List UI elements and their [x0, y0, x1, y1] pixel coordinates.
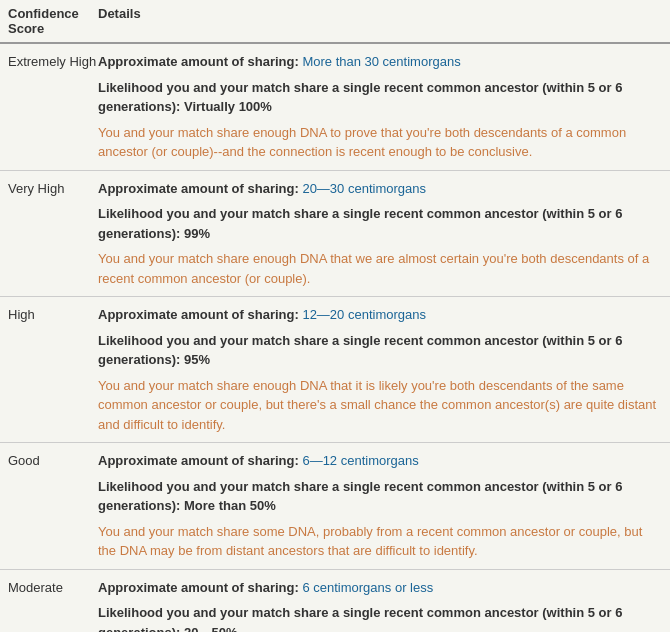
details-cell: Approximate amount of sharing: 20—30 cen…: [98, 179, 662, 289]
table-row: Very HighApproximate amount of sharing: …: [0, 171, 670, 298]
likelihood-block: Likelihood you and your match share a si…: [98, 204, 662, 243]
likelihood-label: Likelihood you and your match share a si…: [98, 479, 622, 514]
sharing-value: 6 centimorgans or less: [302, 580, 433, 595]
description-block: You and your match share enough DNA that…: [98, 249, 662, 288]
table-header: Confidence Score Details: [0, 0, 670, 44]
score-cell: Good: [8, 451, 98, 561]
score-cell: Moderate: [8, 578, 98, 633]
likelihood-value: 99%: [184, 226, 210, 241]
likelihood-value: Virtually 100%: [184, 99, 272, 114]
sharing-value: 12—20 centimorgans: [302, 307, 426, 322]
sharing-label: Approximate amount of sharing:: [98, 580, 302, 595]
likelihood-label: Likelihood you and your match share a si…: [98, 206, 622, 241]
sharing-label: Approximate amount of sharing:: [98, 453, 302, 468]
likelihood-block: Likelihood you and your match share a si…: [98, 603, 662, 632]
details-cell: Approximate amount of sharing: More than…: [98, 52, 662, 162]
likelihood-label: Likelihood you and your match share a si…: [98, 80, 622, 115]
score-cell: Extremely High: [8, 52, 98, 162]
sharing-value: 20—30 centimorgans: [302, 181, 426, 196]
table-row: ModerateApproximate amount of sharing: 6…: [0, 570, 670, 633]
likelihood-value: 20—50%: [184, 625, 237, 633]
likelihood-block: Likelihood you and your match share a si…: [98, 78, 662, 117]
confidence-table: Confidence Score Details Extremely HighA…: [0, 0, 670, 632]
sharing-label: Approximate amount of sharing:: [98, 181, 302, 196]
sharing-label: Approximate amount of sharing:: [98, 307, 302, 322]
likelihood-label: Likelihood you and your match share a si…: [98, 333, 622, 368]
header-score: Confidence Score: [8, 6, 98, 36]
likelihood-value: More than 50%: [184, 498, 276, 513]
sharing-block: Approximate amount of sharing: 12—20 cen…: [98, 305, 662, 325]
table-row: HighApproximate amount of sharing: 12—20…: [0, 297, 670, 443]
likelihood-label: Likelihood you and your match share a si…: [98, 605, 622, 632]
details-cell: Approximate amount of sharing: 6—12 cent…: [98, 451, 662, 561]
table-row: Extremely HighApproximate amount of shar…: [0, 44, 670, 171]
description-block: You and your match share enough DNA to p…: [98, 123, 662, 162]
details-cell: Approximate amount of sharing: 12—20 cen…: [98, 305, 662, 434]
likelihood-value: 95%: [184, 352, 210, 367]
sharing-block: Approximate amount of sharing: More than…: [98, 52, 662, 72]
likelihood-block: Likelihood you and your match share a si…: [98, 477, 662, 516]
description-block: You and your match share enough DNA that…: [98, 376, 662, 435]
sharing-block: Approximate amount of sharing: 6—12 cent…: [98, 451, 662, 471]
score-cell: Very High: [8, 179, 98, 289]
table-row: GoodApproximate amount of sharing: 6—12 …: [0, 443, 670, 570]
header-details-label: Details: [98, 6, 141, 21]
sharing-value: 6—12 centimorgans: [302, 453, 418, 468]
likelihood-block: Likelihood you and your match share a si…: [98, 331, 662, 370]
score-cell: High: [8, 305, 98, 434]
header-details: Details: [98, 6, 662, 36]
sharing-block: Approximate amount of sharing: 20—30 cen…: [98, 179, 662, 199]
header-score-label: Confidence Score: [8, 6, 79, 36]
sharing-label: Approximate amount of sharing:: [98, 54, 302, 69]
description-block: You and your match share some DNA, proba…: [98, 522, 662, 561]
details-cell: Approximate amount of sharing: 6 centimo…: [98, 578, 662, 633]
sharing-value: More than 30 centimorgans: [302, 54, 460, 69]
sharing-block: Approximate amount of sharing: 6 centimo…: [98, 578, 662, 598]
table-body: Extremely HighApproximate amount of shar…: [0, 44, 670, 632]
